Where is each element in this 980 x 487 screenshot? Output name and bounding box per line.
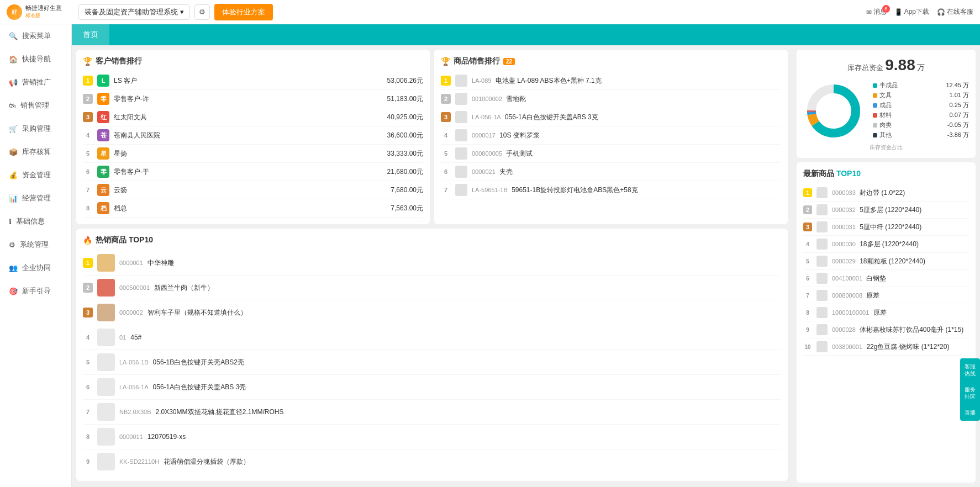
- sidebar-item-collab[interactable]: 👥 企业协同: [0, 256, 71, 279]
- product-name: 056-1B白色按键开关壳ABS2壳: [153, 358, 244, 367]
- customer-sales-card: 🏆 客户销售排行 1 L LS 客户 53,006.26元 2: [76, 50, 430, 224]
- sidebar-item-system[interactable]: ⚙ 系统管理: [0, 233, 71, 256]
- product-avatar: [455, 93, 467, 105]
- rank-num: 6: [441, 167, 451, 177]
- message-action[interactable]: ✉ 消息 6: [866, 7, 887, 17]
- trophy-icon: 🏆: [83, 57, 92, 66]
- mid-columns: 🏆 客户销售排行 1 L LS 客户 53,006.26元 2: [72, 45, 792, 487]
- product-text: 0000030 18多层 (1220*2440): [832, 240, 969, 249]
- new-product-item: 3 0000031 5厘中纤 (1220*2440): [803, 219, 969, 236]
- fire-icon: 🔥: [83, 236, 92, 245]
- product-code: KK-SD22110H: [119, 458, 159, 465]
- customer-avatar: 星: [97, 147, 109, 160]
- customer-name: 档总: [114, 204, 386, 213]
- page-content: 🏆 客户销售排行 1 L LS 客户 53,006.26元 2: [72, 45, 980, 487]
- sidebar-item-marketing[interactable]: 📢 营销推广: [0, 71, 71, 94]
- service-community-btn[interactable]: 服务社区: [960, 382, 980, 405]
- customer-value: 36,600.00元: [387, 131, 423, 140]
- customer-name: 星扬: [114, 149, 383, 158]
- nav-tabs: 首页: [72, 24, 980, 45]
- sidebar-item-inventory[interactable]: 📦 库存核算: [0, 140, 71, 163]
- product-avatar: [816, 187, 828, 198]
- customer-value: 7,563.00元: [391, 204, 423, 213]
- customer-avatar: 零: [97, 166, 109, 178]
- system-selector[interactable]: 装备及固定资产辅助管理系统 ▾: [78, 4, 190, 20]
- tab-home[interactable]: 首页: [72, 24, 109, 45]
- sidebar-label-guide: 新手引导: [22, 286, 51, 296]
- hot-item: 6 LA-056-1A 056-1A白色按键开关盖ABS 3壳: [83, 375, 781, 400]
- new-products-list: 1 0000033 封边带 (1.0*22) 2: [803, 184, 969, 356]
- collab-icon: 👥: [9, 264, 18, 272]
- float-service: 客服热线 服务社区 直播: [960, 358, 980, 421]
- sidebar-item-basic-info[interactable]: ℹ 基础信息: [0, 210, 71, 233]
- product-thumbnail: [97, 254, 115, 272]
- rank-num: 7: [441, 185, 451, 195]
- hot-item: 1 0000001 中华神雕: [83, 251, 781, 276]
- new-product-item: 6 004100001 白钢垫: [803, 270, 969, 287]
- customer-value: 33,333.00元: [387, 149, 423, 158]
- finance-icon: 💰: [9, 171, 18, 179]
- product-text: 003800001 22g鱼豆腐-烧烤味 (1*12*20): [832, 342, 969, 352]
- live-btn[interactable]: 直播: [960, 405, 980, 421]
- product-code: NB2.0X30B: [119, 409, 151, 415]
- app-download-label: App下载: [904, 7, 929, 17]
- product-text: 0000031 5厘中纤 (1220*2440): [832, 223, 969, 232]
- product-text: 10000100001 原差: [832, 308, 969, 317]
- svg-rect-12: [818, 189, 826, 197]
- product-thumbnail: [97, 428, 115, 446]
- sidebar-item-finance[interactable]: 💰 资金管理: [0, 163, 71, 187]
- legend-color: [873, 93, 877, 98]
- product-avatar: [816, 204, 828, 215]
- online-service-action[interactable]: 🎧 在线客服: [937, 7, 973, 17]
- info-icon: ℹ: [9, 218, 12, 226]
- product-name: 12070519-xs: [147, 433, 186, 441]
- product-avatar: [455, 75, 467, 87]
- new-product-item: 10 003800001 22g鱼豆腐-烧烤味 (1*12*20): [803, 338, 969, 356]
- product-code: LA-056-1B: [119, 359, 149, 366]
- product-text: 0000033 封边带 (1.0*22): [832, 188, 969, 198]
- rank-num: 2: [803, 205, 812, 214]
- hot-item: 5 LA-056-1B 056-1B白色按键开关壳ABS2壳: [83, 350, 781, 375]
- svg-rect-1: [457, 94, 466, 103]
- new-product-item: 1 0000033 封边带 (1.0*22): [803, 184, 969, 202]
- chart-footnote: 库存资金占比: [803, 144, 969, 151]
- hot-item: 9 KK-SD22110H 花语萌倡温分魂插袋（厚款）: [83, 449, 781, 474]
- customer-sales-title: 🏆 客户销售排行: [83, 56, 423, 66]
- svg-rect-2: [457, 113, 466, 121]
- product-code: 000500001: [119, 284, 150, 291]
- settings-button[interactable]: ⚙: [194, 4, 210, 20]
- sidebar-item-sales[interactable]: 🛍 销售管理: [0, 94, 71, 117]
- customer-name: 零售客户-许: [114, 94, 383, 104]
- inventory-legend: 半成品 12.45 万 文具 1.01 万: [873, 81, 969, 141]
- customer-avatar: 苍: [97, 129, 109, 141]
- product-info: LA-59651-1B 59651-1B旋转投影灯电池盒ABS黑色+58克: [472, 186, 781, 195]
- rank-item: 1 L LS 客户 53,006.26元: [83, 72, 423, 90]
- product-thumbnail: [97, 403, 115, 421]
- sidebar-item-purchase[interactable]: 🛒 采购管理: [0, 117, 71, 140]
- product-sales-title: 🏆 商品销售排行 22: [441, 56, 781, 66]
- home-icon: 🏠: [9, 55, 18, 63]
- rank-item: 6 零 零售客户-于 21,680.00元: [83, 163, 423, 181]
- sidebar-search-label: 搜索菜单: [22, 31, 51, 41]
- sidebar-item-guide[interactable]: 🎯 新手引导: [0, 279, 71, 303]
- logo-text: 畅捷通好生意: [25, 4, 62, 12]
- product-info: 0000021 夹壳: [472, 167, 781, 177]
- trial-button[interactable]: 体验行业方案: [214, 4, 273, 20]
- logo-icon: 好: [7, 4, 22, 20]
- sidebar-label-collab: 企业协同: [22, 263, 51, 273]
- sidebar-search[interactable]: 🔍 搜索菜单: [0, 24, 71, 47]
- rank-num: 3: [83, 308, 93, 317]
- rank-num: 2: [441, 94, 451, 104]
- rank-num: 5: [803, 257, 812, 266]
- product-sales-card: 🏆 商品销售排行 22 1 LA-089: [434, 50, 788, 224]
- hot-item: 2 000500001 新西兰牛肉（新牛）: [83, 276, 781, 300]
- customer-service-btn[interactable]: 客服热线: [960, 358, 980, 382]
- sidebar-item-operations[interactable]: 📊 经营管理: [0, 187, 71, 210]
- app-download-action[interactable]: 📱 App下载: [894, 7, 929, 17]
- legend-item: 半成品 12.45 万: [873, 81, 969, 89]
- hot-products-title: 🔥 热销商品 TOP10: [83, 235, 781, 245]
- rank-item: 2 零 零售客户-许 51,183.00元: [83, 90, 423, 108]
- product-thumbnail: [97, 329, 115, 346]
- rank-number: 1: [83, 76, 93, 86]
- sidebar-item-quicknav[interactable]: 🏠 快捷导航: [0, 47, 71, 71]
